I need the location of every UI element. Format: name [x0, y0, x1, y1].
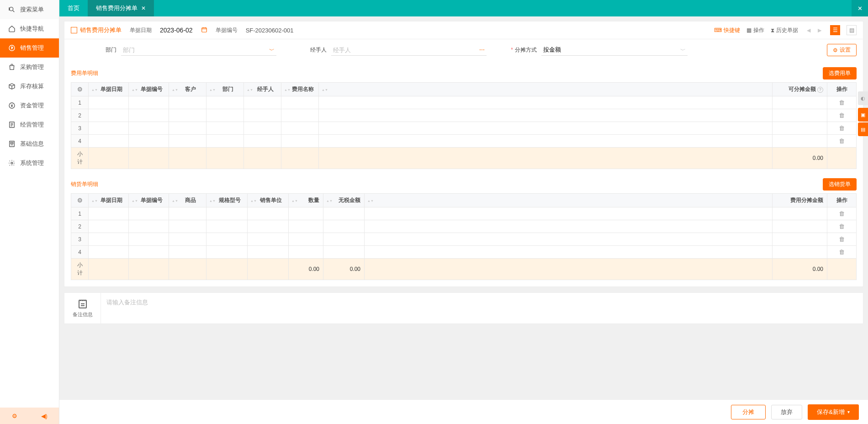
method-label: 分摊方式	[509, 46, 537, 54]
section-sales-header: 销货单明细 选销货单	[64, 175, 863, 193]
tab-close-all-button[interactable]: ✕	[852, 0, 868, 16]
nav-next-button[interactable]: ▶	[815, 26, 824, 34]
col-product[interactable]: ▲▼商品	[169, 194, 206, 207]
delete-icon[interactable]: 🗑	[839, 223, 845, 230]
settings-button[interactable]: ⚙设置	[827, 44, 857, 56]
float-tab-1[interactable]: ▣	[858, 108, 868, 122]
sidebar-item-purchase[interactable]: 采购管理	[0, 58, 59, 77]
allocate-button[interactable]: 分摊	[731, 405, 766, 419]
dept-input[interactable]	[121, 45, 276, 56]
tab-current[interactable]: 销售费用分摊单 ✕	[88, 0, 154, 16]
float-tab-collapse[interactable]: ◐	[858, 91, 868, 105]
col-date[interactable]: ▲▼单据日期	[89, 83, 129, 96]
delete-icon[interactable]: 🗑	[839, 210, 845, 217]
expense-table: ⚙ ▲▼单据日期 ▲▼单据编号 ▲▼客户 ▲▼部门 ▲▼经手人 ▲▼费用名称 ▲…	[71, 82, 857, 169]
col-spec[interactable]: ▲▼规格型号	[206, 194, 248, 207]
sidebar-item-sales[interactable]: 销售管理	[0, 38, 59, 58]
discard-button[interactable]: 放弃	[771, 405, 802, 419]
shortcut-button[interactable]: ⌨快捷键	[714, 26, 740, 34]
sidebar-item-label: 快捷导航	[20, 25, 44, 33]
col-empty[interactable]: ▲▼	[319, 83, 773, 96]
row-number: 4	[71, 135, 89, 148]
col-empty[interactable]: ▲▼	[365, 194, 773, 207]
col-gear[interactable]: ⚙	[71, 83, 89, 96]
sidebar-settings-button[interactable]: ⚙	[0, 408, 30, 424]
section-expense-title: 费用单明细	[71, 69, 98, 77]
method-input[interactable]	[541, 45, 688, 56]
delete-icon[interactable]: 🗑	[839, 125, 845, 132]
history-button[interactable]: ⧗历史单据	[771, 26, 798, 34]
nav-prev-button[interactable]: ◀	[804, 26, 813, 34]
sort-icon: ▲▼	[250, 199, 257, 201]
col-alloc[interactable]: 费用分摊金额	[773, 194, 827, 207]
sales-icon	[8, 44, 16, 52]
history-icon: ⧗	[771, 27, 774, 33]
subtotal-label: 小计	[71, 148, 89, 169]
help-icon[interactable]: ?	[817, 87, 823, 93]
search-icon	[8, 6, 16, 13]
sort-icon: ▲▼	[172, 88, 178, 90]
float-tab-2[interactable]: ▤	[858, 122, 868, 136]
select-sales-button[interactable]: 选销货单	[823, 178, 857, 191]
save-button[interactable]: 保存&新增▾	[808, 404, 859, 420]
chevron-down-icon[interactable]: ﹀	[269, 47, 275, 54]
col-alloc[interactable]: 可分摊金额?	[773, 83, 827, 96]
main: 首页 销售费用分摊单 ✕ ✕ 销售费用分摊单 单据日期 2023-06-02 单	[59, 0, 868, 424]
tabbar: 首页 销售费用分摊单 ✕ ✕	[59, 0, 868, 16]
col-dept[interactable]: ▲▼部门	[206, 83, 244, 96]
calendar-icon[interactable]	[201, 26, 207, 34]
sidebar-item-operations[interactable]: 经营管理	[0, 115, 59, 134]
delete-icon[interactable]: 🗑	[839, 236, 845, 243]
col-untaxed[interactable]: ▲▼无税金额	[323, 194, 365, 207]
sort-icon: ▲▼	[132, 199, 138, 201]
view-list-button[interactable]: ☰	[830, 25, 840, 35]
sort-icon: ▲▼	[322, 88, 328, 90]
view-card-button[interactable]: ▤	[847, 25, 857, 35]
remark-tab[interactable]: 备注信息	[64, 293, 101, 323]
delete-icon[interactable]: 🗑	[839, 249, 845, 255]
document-title-text: 销售费用分摊单	[80, 26, 122, 34]
form-row: 部门 ﹀ 经手人 ⋯ 分摊方式	[64, 39, 863, 64]
sidebar-item-label: 库存核算	[20, 82, 44, 90]
col-customer[interactable]: ▲▼客户	[169, 83, 206, 96]
sidebar-item-quicknav[interactable]: 快捷导航	[0, 19, 59, 38]
col-no[interactable]: ▲▼单据编号	[129, 194, 169, 207]
home-icon	[8, 25, 16, 32]
tab-home[interactable]: 首页	[59, 0, 88, 16]
sidebar-item-system[interactable]: 系统管理	[0, 154, 59, 173]
col-no[interactable]: ▲▼单据编号	[129, 83, 169, 96]
more-icon[interactable]: ⋯	[479, 47, 485, 53]
sort-icon: ▲▼	[367, 199, 374, 201]
col-handler[interactable]: ▲▼经手人	[244, 83, 281, 96]
grid-icon: ▦	[746, 27, 752, 33]
sidebar-item-finance[interactable]: 资金管理	[0, 96, 59, 115]
collapse-icon: ◀)	[41, 413, 48, 419]
col-date[interactable]: ▲▼单据日期	[89, 194, 129, 207]
date-value[interactable]: 2023-06-02	[160, 26, 193, 34]
remark-textarea[interactable]	[101, 293, 863, 322]
operate-button[interactable]: ▦操作	[746, 26, 764, 34]
sort-icon: ▲▼	[91, 199, 98, 201]
delete-icon[interactable]: 🗑	[839, 99, 845, 106]
handler-input[interactable]	[331, 45, 487, 56]
subtotal-value: 0.00	[773, 148, 827, 169]
sort-icon: ▲▼	[209, 88, 216, 90]
bag-icon	[8, 64, 16, 71]
col-feename[interactable]: ▲▼费用名称	[281, 83, 319, 96]
sidebar-item-basicinfo[interactable]: 基础信息	[0, 134, 59, 154]
delete-icon[interactable]: 🗑	[839, 112, 845, 119]
delete-icon[interactable]: 🗑	[839, 138, 845, 144]
col-qty[interactable]: ▲▼数量	[289, 194, 323, 207]
select-expense-button[interactable]: 选费用单	[823, 67, 857, 80]
money-icon	[8, 102, 16, 109]
sidebar-item-label: 采购管理	[20, 63, 44, 71]
col-gear[interactable]: ⚙	[71, 194, 89, 207]
sidebar-item-inventory[interactable]: 库存核算	[0, 77, 59, 96]
row-number: 3	[71, 233, 89, 246]
chevron-down-icon[interactable]: ﹀	[680, 47, 686, 54]
sidebar-item-search[interactable]: 搜索菜单	[0, 0, 59, 19]
sidebar-collapse-button[interactable]: ◀)	[30, 408, 59, 424]
box-icon	[8, 83, 16, 90]
close-icon[interactable]: ✕	[141, 5, 146, 11]
col-unit[interactable]: ▲▼销售单位	[248, 194, 289, 207]
